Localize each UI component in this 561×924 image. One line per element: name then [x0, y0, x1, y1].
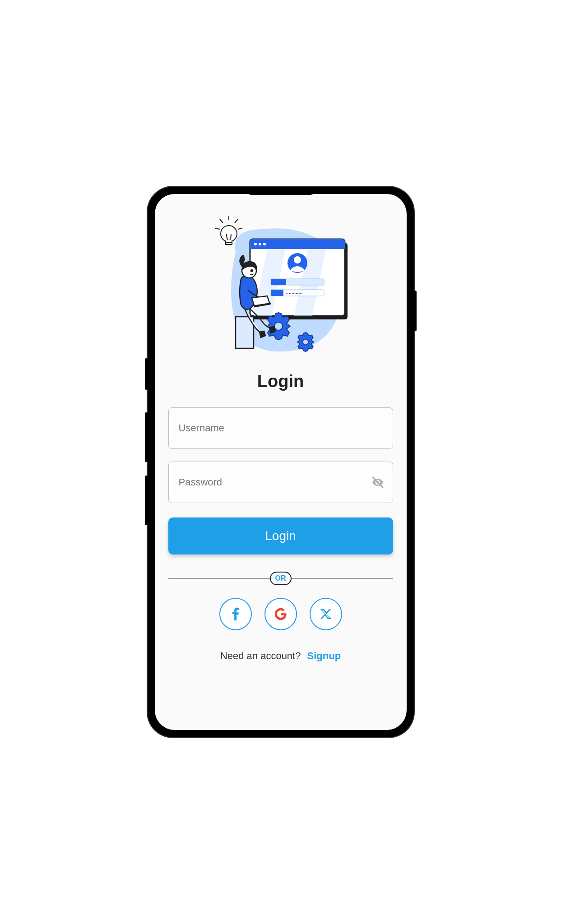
divider-label: OR: [270, 572, 292, 585]
phone-power-button: [414, 291, 417, 331]
svg-point-15: [294, 256, 301, 263]
signup-prompt-text: Need an account?: [220, 650, 301, 661]
signup-prompt-row: Need an account? Signup: [220, 650, 341, 662]
app-screen: ••••••••••••: [155, 194, 407, 730]
svg-rect-19: [271, 290, 283, 296]
login-illustration: ••••••••••••: [204, 211, 357, 365]
divider: OR: [168, 572, 393, 585]
password-field-wrap: [168, 462, 393, 503]
phone-volume-up: [145, 412, 148, 462]
page-title: Login: [257, 372, 304, 391]
facebook-icon: [228, 606, 243, 622]
password-input[interactable]: [168, 462, 393, 503]
x-login-button[interactable]: [310, 598, 342, 630]
signup-link[interactable]: Signup: [307, 650, 341, 661]
phone-volume-down: [145, 476, 148, 525]
svg-point-5: [221, 226, 237, 242]
x-twitter-icon: [319, 607, 333, 621]
svg-line-4: [238, 228, 242, 229]
login-button[interactable]: Login: [168, 517, 393, 554]
facebook-login-button[interactable]: [219, 598, 252, 630]
svg-line-3: [215, 228, 220, 229]
toggle-password-visibility-button[interactable]: [371, 475, 385, 490]
username-input[interactable]: [168, 407, 393, 449]
social-login-row: [219, 598, 342, 630]
google-login-button[interactable]: [264, 598, 297, 630]
svg-point-11: [254, 243, 257, 245]
divider-line-right: [291, 578, 393, 579]
svg-point-13: [263, 243, 266, 245]
google-icon: [273, 606, 288, 622]
divider-line-left: [168, 578, 270, 579]
eye-off-icon: [371, 475, 385, 490]
svg-point-22: [302, 339, 308, 345]
username-field-wrap: [168, 407, 393, 449]
svg-text:••••••••••••: ••••••••••••: [286, 292, 303, 295]
svg-point-26: [251, 270, 253, 272]
phone-notch: [245, 187, 317, 195]
svg-point-21: [274, 322, 283, 330]
svg-line-1: [220, 219, 223, 223]
svg-rect-17: [271, 279, 286, 285]
phone-mute-switch: [145, 358, 148, 390]
phone-frame: ••••••••••••: [148, 187, 414, 737]
svg-line-2: [235, 219, 238, 223]
svg-rect-10: [250, 246, 345, 249]
svg-point-12: [259, 243, 261, 245]
